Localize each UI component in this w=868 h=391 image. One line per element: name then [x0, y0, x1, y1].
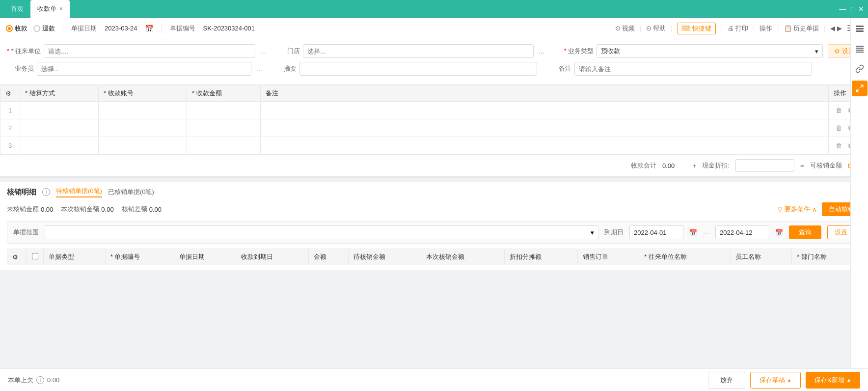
- amount-cell-2[interactable]: [187, 119, 261, 137]
- select-all-checkbox[interactable]: [32, 253, 38, 259]
- table-row: 3 🗑 ⧉: [0, 137, 868, 155]
- date-to-input[interactable]: [715, 225, 769, 239]
- radio-receipt-label: 收款: [15, 24, 27, 33]
- help-icon: ⊙: [646, 25, 651, 32]
- account-cell-1[interactable]: [99, 102, 187, 119]
- salesperson-input[interactable]: [37, 62, 251, 76]
- store-input[interactable]: [303, 44, 534, 58]
- footer-info: 本单上欠 i 0.00: [8, 376, 59, 385]
- print-btn[interactable]: 🖨 打印: [728, 24, 748, 33]
- current-label: 本次核销金额: [61, 205, 99, 214]
- form-row-1: * 往来单位 ... 门店 ... 业务类型 预收款 ▾: [7, 44, 861, 58]
- delete-icon-1[interactable]: 🗑: [834, 106, 843, 115]
- sidebar-table-icon[interactable]: [852, 22, 868, 37]
- history-icon: 📋: [784, 25, 792, 32]
- svg-rect-2: [856, 30, 864, 32]
- bottom-col-sales-order: 销售订单: [577, 249, 639, 265]
- note-input[interactable]: [574, 62, 812, 76]
- discount-label: 现金折扣:: [702, 161, 730, 170]
- discount-input[interactable]: [735, 159, 794, 172]
- party-more[interactable]: ...: [260, 47, 266, 55]
- total-label: 收款合计: [631, 161, 656, 170]
- settings-icon: ⚙: [5, 90, 11, 97]
- amount-cell-3[interactable]: [187, 137, 261, 155]
- close-icon[interactable]: ✕: [858, 5, 864, 13]
- abandon-button[interactable]: 放弃: [708, 372, 745, 389]
- footer-info-icon[interactable]: i: [36, 376, 44, 384]
- video-btn[interactable]: ⊙ 视频: [615, 24, 635, 33]
- settlement-cell-1[interactable]: [20, 102, 99, 119]
- verif-actions: ▽ 更多条件 ∧ 自动核销: [778, 202, 861, 216]
- shortcut-btn[interactable]: ⌨ 快捷键: [677, 23, 716, 34]
- radio-receipt[interactable]: 收款: [6, 24, 27, 33]
- bottom-col-due-date: 收款到期日: [236, 249, 308, 265]
- date-value[interactable]: 2023-03-24: [105, 25, 137, 32]
- settlement-cell-2[interactable]: [20, 119, 99, 137]
- biz-type-select[interactable]: 预收款 ▾: [597, 44, 823, 58]
- help-btn[interactable]: ⊙ 帮助: [646, 24, 666, 33]
- footer-label: 本单上欠: [8, 376, 33, 385]
- print-icon: 🖨: [728, 25, 734, 32]
- sidebar-expand-icon[interactable]: [852, 81, 868, 96]
- store-more[interactable]: ...: [539, 47, 544, 55]
- svg-line-7: [860, 85, 863, 87]
- bottom-col-settings[interactable]: ⚙: [7, 249, 27, 265]
- range-dropdown[interactable]: ▾: [45, 225, 598, 239]
- draft-label: 保存草稿: [760, 376, 785, 385]
- svg-rect-5: [856, 50, 864, 51]
- save-button[interactable]: 保存&新增 ▲: [806, 372, 860, 389]
- done-tab[interactable]: 已核销单据(0笔): [108, 188, 154, 196]
- summary-input[interactable]: [299, 62, 537, 76]
- tab-home[interactable]: 首页: [4, 0, 30, 18]
- prev-arrow[interactable]: ◀: [830, 25, 835, 32]
- info-icon[interactable]: i: [42, 188, 50, 196]
- calendar-icon[interactable]: 📅: [145, 25, 154, 32]
- operation-btn[interactable]: 操作: [760, 24, 772, 33]
- store-field: 门店 ...: [285, 44, 544, 58]
- tab-receipt[interactable]: 收款单 ×: [30, 0, 70, 18]
- sidebar-link-icon[interactable]: [852, 61, 868, 77]
- settlement-cell-3[interactable]: [20, 137, 99, 155]
- sidebar-list-icon[interactable]: [852, 41, 868, 57]
- col-settings-header[interactable]: ⚙: [0, 85, 20, 102]
- pending-tab[interactable]: 待核销单据(0笔): [56, 187, 102, 197]
- tab-close-icon[interactable]: ×: [59, 5, 63, 12]
- svg-rect-1: [856, 28, 864, 29]
- radio-refund[interactable]: 退款: [33, 24, 55, 33]
- account-cell-3[interactable]: [99, 137, 187, 155]
- col-settlement-header: * 结算方式: [20, 85, 99, 102]
- calendar-to-icon[interactable]: 📅: [775, 229, 783, 236]
- note-cell-1[interactable]: [261, 102, 829, 119]
- unverif-value: 0.00: [41, 206, 53, 213]
- nav-arrows: ◀ ▶: [830, 25, 842, 32]
- biz-type-field: 业务类型 预收款 ▾: [564, 44, 823, 58]
- date-from-input[interactable]: [629, 225, 683, 239]
- radio-refund-label: 退款: [42, 24, 55, 33]
- delete-icon-3[interactable]: 🗑: [834, 141, 843, 151]
- history-btn[interactable]: 📋 历史单据: [784, 24, 819, 33]
- query-button[interactable]: 查询: [789, 225, 821, 239]
- note-cell-3[interactable]: [261, 137, 829, 155]
- draft-button[interactable]: 保存草稿 ▲: [750, 372, 801, 389]
- form-area: * 往来单位 ... 门店 ... 业务类型 预收款 ▾: [0, 39, 868, 85]
- equals-sign: =: [800, 162, 804, 169]
- calendar-from-icon[interactable]: 📅: [689, 229, 697, 236]
- bottom-col-amount: 金额: [309, 249, 349, 265]
- note-cell-2[interactable]: [261, 119, 829, 137]
- dropdown-arrow: ▾: [815, 48, 818, 55]
- maximize-icon[interactable]: □: [850, 5, 854, 13]
- summary-field: 摘要: [282, 62, 537, 76]
- party-input[interactable]: [44, 44, 255, 58]
- salesperson-more[interactable]: ...: [256, 65, 262, 73]
- verif-title: 核销明细: [7, 188, 36, 197]
- amount-cell-1[interactable]: [187, 102, 261, 119]
- account-cell-2[interactable]: [99, 119, 187, 137]
- next-arrow[interactable]: ▶: [837, 25, 842, 32]
- checkbox-header[interactable]: [27, 249, 44, 265]
- delete-icon-2[interactable]: 🗑: [834, 123, 843, 133]
- form-row-2: 业务员 ... 摘要 备注: [7, 62, 861, 76]
- date-range-dash: —: [703, 229, 709, 236]
- more-conditions-btn[interactable]: ▽ 更多条件 ∧: [778, 205, 817, 214]
- minimize-icon[interactable]: —: [840, 5, 846, 13]
- note-label: 备注: [557, 64, 571, 73]
